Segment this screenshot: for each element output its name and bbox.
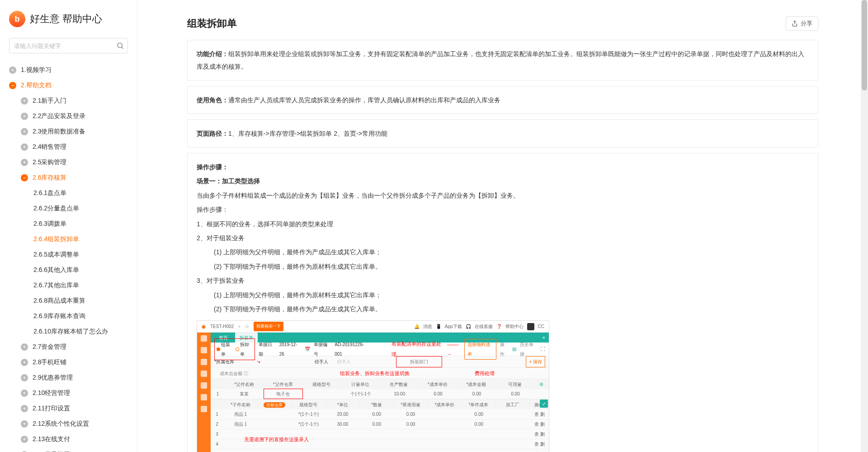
plus-icon: + xyxy=(21,405,28,412)
search-input[interactable] xyxy=(9,38,128,53)
td: *(1个-1个) xyxy=(292,409,326,419)
nav-262[interactable]: 2.6.2分量盘点单 xyxy=(33,201,128,216)
plus-icon: + xyxy=(21,97,28,105)
nav-27[interactable]: +2.7资金管理 xyxy=(21,339,128,355)
nav-261[interactable]: 2.6.1盘点单 xyxy=(33,186,128,201)
minus-icon: − xyxy=(21,174,28,181)
plus-icon: + xyxy=(21,436,28,443)
scrollbar[interactable] xyxy=(861,0,868,452)
nav-263[interactable]: 2.6.3调拨单 xyxy=(33,216,128,232)
emb-bom-button: 选择物料清单 xyxy=(464,339,496,360)
nav-23[interactable]: +2.3使用前数据准备 xyxy=(21,124,128,139)
nav-label: 2.4销售管理 xyxy=(33,143,66,151)
radio-label: 组装单 xyxy=(221,340,234,359)
emb-op-btn: 操作 xyxy=(500,340,509,359)
th: 规格型号 xyxy=(302,380,341,389)
nav-210[interactable]: +2.10经营管理 xyxy=(21,385,128,401)
td: 10.00 xyxy=(380,389,419,399)
th: *成本单价 xyxy=(419,380,458,389)
nav-212[interactable]: +2.12系统个性化设置 xyxy=(21,416,128,432)
nav-docs[interactable]: −2.帮助文档 xyxy=(9,78,128,93)
search-box xyxy=(9,38,128,53)
nav-21[interactable]: +2.1新手入门 xyxy=(21,93,128,109)
content-block: 操作步骤： 场景一：加工类型选择 当由多个子件材料组装成一个成品的业务为【组装】… xyxy=(187,153,818,452)
plus-icon: + xyxy=(21,128,28,135)
card-text: 通常由生产人员或库管人员完成拆装业务的操作，库管人员确认原材料的出库和产成品的入… xyxy=(228,96,500,104)
emb-test-id: TEST-H002 xyxy=(210,322,234,331)
nav-266[interactable]: 2.6.6其他入库单 xyxy=(33,262,128,278)
td: 0.00 xyxy=(496,389,534,399)
doc-icon xyxy=(201,347,207,353)
role-card: 使用角色：通常由生产人员或库管人员完成拆装业务的操作，库管人员确认原材料的出库和… xyxy=(187,86,818,114)
plus-icon: + xyxy=(21,159,28,166)
calendar-icon: 📅 xyxy=(305,344,310,354)
svg-point-0 xyxy=(118,43,123,48)
td: 5 xyxy=(211,449,223,452)
calendar-icon xyxy=(201,394,207,400)
td: 用品 1 xyxy=(223,419,257,429)
nav-268[interactable]: 2.6.8商品成本重算 xyxy=(33,293,128,309)
nav-213[interactable]: +2.13在线支付 xyxy=(21,432,128,447)
plus-icon: + xyxy=(21,390,28,397)
th: 目标仓库 xyxy=(258,400,292,409)
nav-label: 2.1新手入门 xyxy=(33,97,66,105)
main-content: 组装拆卸单 分享 功能介绍：组装拆卸单用来处理企业组装或拆卸等加工业务，支持有固… xyxy=(137,0,868,452)
nav-29[interactable]: +2.9优惠券管理 xyxy=(21,370,128,385)
sidebar: b 好生意 帮助中心 +1.视频学习 −2.帮助文档 +2.1新手入门 +2.2… xyxy=(0,0,137,452)
nav-label: 2.6库存核算 xyxy=(33,174,66,182)
nav-2610[interactable]: 2.6.10库存账本错了怎么办 xyxy=(33,324,128,339)
logo-icon: b xyxy=(9,11,25,27)
home-icon xyxy=(201,335,207,342)
emb-red-note3: 费用处理 xyxy=(475,368,495,379)
th: 生产数量 xyxy=(380,380,419,389)
nav-211[interactable]: +2.11打印设置 xyxy=(21,401,128,416)
nav-video[interactable]: +1.视频学习 xyxy=(9,62,128,78)
emb-type-radio: 组装单 拆卸单 xyxy=(214,338,255,360)
td: 30.00 xyxy=(326,419,359,429)
th: *数量 xyxy=(360,400,394,409)
nav-269[interactable]: 2.6.9库存账本查询 xyxy=(33,309,128,324)
pill: 目标仓库 xyxy=(264,402,285,408)
nav-26[interactable]: −2.6库存核算 xyxy=(21,170,128,186)
money-icon xyxy=(201,382,207,389)
share-button[interactable]: 分享 xyxy=(786,16,818,31)
nav: +1.视频学习 −2.帮助文档 +2.1新手入门 +2.2产品安装及登录 +2.… xyxy=(9,62,128,452)
close-icon: × xyxy=(542,333,545,343)
td-ops: 查 删 xyxy=(530,429,549,439)
radio-label: 拆卸单 xyxy=(240,340,253,359)
nav-24[interactable]: +2.4销售管理 xyxy=(21,139,128,155)
th: *单件成本 xyxy=(462,400,495,409)
td: 4 xyxy=(211,439,223,449)
nav-265[interactable]: 2.6.5成本调整单 xyxy=(33,247,128,262)
plus-icon: + xyxy=(21,143,28,151)
svg-line-1 xyxy=(122,47,123,48)
step-2: 2、对于组装业务 xyxy=(197,232,809,245)
nav-label: 2.10经营管理 xyxy=(33,389,70,397)
scrollbar-thumb[interactable] xyxy=(862,0,867,90)
step-3a: (1) 上部明细为父件明细，最终作为原材料生成其它出库单； xyxy=(197,289,809,302)
emb-toolbar: 组装单 拆卸单 单据日期 2019-12-26 📅 单据编号 AD-201912… xyxy=(211,343,549,356)
headset-icon: 🎧 xyxy=(466,322,471,331)
td: 0.00 xyxy=(458,389,496,399)
emb-row3: 成本总金额 ⓘ 组装业务、拆卸业务在这里切换 费用处理 xyxy=(211,368,549,379)
nav-label: 2.13在线支付 xyxy=(33,435,70,443)
nav-28[interactable]: +2.8手机旺铺 xyxy=(21,355,128,370)
arrow-icon: ———→ xyxy=(447,340,461,359)
card-text: 组装拆卸单用来处理企业组装或拆卸等加工业务，支持有固定装配清单的产品加工业务，也… xyxy=(197,50,804,70)
cart-icon xyxy=(201,359,207,365)
scene-heading: 场景一：加工类型选择 xyxy=(197,175,809,188)
nav-264[interactable]: 2.6.4组装拆卸单 xyxy=(33,232,128,247)
nav-214[interactable]: +2.14常见问题 xyxy=(21,447,128,452)
nav-label: 2.7资金管理 xyxy=(33,343,66,351)
td: 0.00 xyxy=(360,409,394,419)
nav-label: 2.12系统个性化设置 xyxy=(33,420,89,428)
nav-25[interactable]: +2.5采购管理 xyxy=(21,155,128,170)
emb-red-note2: 组装业务、拆卸业务在这里切换 xyxy=(340,368,410,379)
emb-date-val: 2019-12-26 xyxy=(279,340,302,359)
chart-icon xyxy=(201,406,207,412)
nav-22[interactable]: +2.2产品安装及登录 xyxy=(21,109,128,124)
card-label: 功能介绍： xyxy=(197,50,228,57)
nav-267[interactable]: 2.6.7其他出库单 xyxy=(33,278,128,293)
nav-label: 2.帮助文档 xyxy=(21,81,52,90)
bell-icon: 🔔 xyxy=(414,322,420,331)
